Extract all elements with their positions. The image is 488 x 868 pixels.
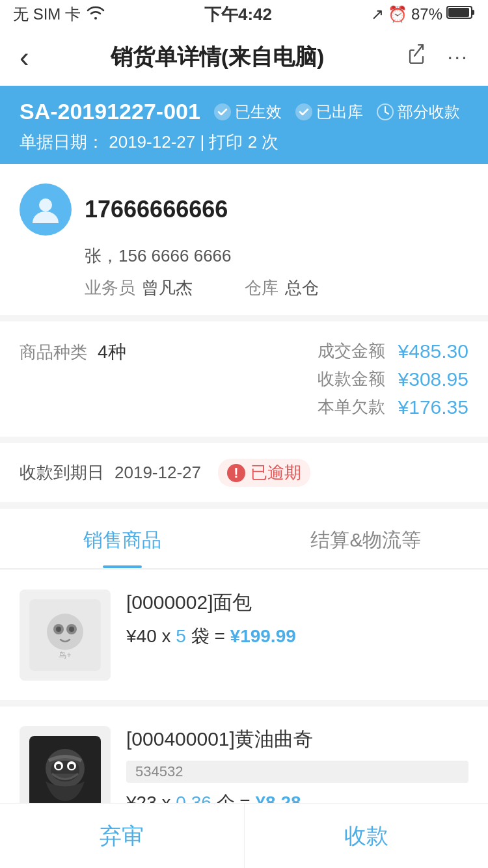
wifi-icon xyxy=(86,5,105,23)
no-sim-text: 无 SIM 卡 xyxy=(13,4,81,25)
summary-section: 商品种类 4种 成交金额 ¥485.30 收款金额 ¥308.95 本单欠款 ¥… xyxy=(0,321,488,443)
overdue-badge: ! 已逾期 xyxy=(218,459,310,487)
nav-actions: ··· xyxy=(405,43,468,71)
battery-icon xyxy=(446,5,475,23)
location-icon: ↗ xyxy=(371,5,384,23)
category-info: 商品种类 4种 xyxy=(20,340,126,364)
overdue-icon: ! xyxy=(227,464,245,482)
svg-point-22 xyxy=(56,764,61,769)
status-time: 下午4:42 xyxy=(204,3,272,26)
header-band-top: SA-20191227-001 已生效 已出库 xyxy=(20,99,468,124)
svg-line-3 xyxy=(414,45,423,56)
bottom-bar: 弃审 收款 xyxy=(0,803,488,868)
avatar xyxy=(20,183,72,236)
svg-point-4 xyxy=(214,103,231,120)
customer-meta: 业务员 曾凡杰 仓库 总仓 xyxy=(20,277,468,299)
warehouse-info: 仓库 总仓 xyxy=(245,277,319,299)
svg-rect-2 xyxy=(448,8,469,17)
overdue-text: 已逾期 xyxy=(251,461,301,484)
customer-phone: 17666666666 xyxy=(85,196,228,223)
trade-amount-row: 成交金额 ¥485.30 xyxy=(318,340,468,362)
svg-point-11 xyxy=(47,614,83,650)
tab-settlement[interactable]: 结算&物流等 xyxy=(244,509,488,568)
header-band: SA-20191227-001 已生效 已出库 xyxy=(0,86,488,164)
tabs: 销售商品 结算&物流等 xyxy=(0,509,488,569)
status-shipped: 已出库 xyxy=(295,102,363,122)
status-left: 无 SIM 卡 xyxy=(13,4,105,25)
battery-text: 87% xyxy=(411,5,442,23)
alarm-icon: ⏰ xyxy=(388,5,407,23)
product-image-1: 鸟+ xyxy=(20,590,111,681)
arrears-amount-row: 本单欠款 ¥176.35 xyxy=(318,396,468,418)
product-item: 鸟+ [0000002]面包 ¥40 x 5 袋 = ¥199.99 xyxy=(0,570,488,700)
svg-text:鸟+: 鸟+ xyxy=(59,651,71,660)
product-name-2: [000400001]黄油曲奇 xyxy=(126,726,468,753)
abandon-review-button[interactable]: 弃审 xyxy=(0,804,245,868)
customer-row: 17666666666 xyxy=(20,183,468,236)
svg-point-9 xyxy=(39,198,52,211)
product-price-1: ¥40 x 5 袋 = ¥199.99 xyxy=(126,624,468,649)
status-bar: 无 SIM 卡 下午4:42 ↗ ⏰ 87% xyxy=(0,0,488,29)
status-right: ↗ ⏰ 87% xyxy=(371,5,475,23)
product-name-1: [0000002]面包 xyxy=(126,590,468,616)
svg-point-23 xyxy=(69,764,74,769)
received-amount-row: 收款金额 ¥308.95 xyxy=(318,368,468,390)
product-info-1: [0000002]面包 ¥40 x 5 袋 = ¥199.99 xyxy=(126,590,468,649)
status-partial: 部分收款 xyxy=(376,102,460,122)
order-id: SA-20191227-001 xyxy=(20,99,200,124)
svg-rect-1 xyxy=(472,10,474,15)
nav-bar: ‹ 销货单详情(来自电脑) ··· xyxy=(0,29,488,86)
customer-sub: 张，156 6666 6666 xyxy=(20,245,468,267)
status-effective: 已生效 xyxy=(213,102,282,122)
svg-point-5 xyxy=(295,103,312,120)
due-date: 2019-12-27 xyxy=(115,463,201,483)
share-icon[interactable] xyxy=(405,43,427,71)
tab-sales-products[interactable]: 销售商品 xyxy=(0,509,244,568)
svg-line-8 xyxy=(385,112,388,114)
more-icon[interactable]: ··· xyxy=(447,45,468,69)
amount-info: 成交金额 ¥485.30 收款金额 ¥308.95 本单欠款 ¥176.35 xyxy=(318,340,468,418)
svg-point-14 xyxy=(56,627,61,632)
due-section: 收款到期日 2019-12-27 ! 已逾期 xyxy=(0,443,488,509)
collect-payment-button[interactable]: 收款 xyxy=(245,804,489,868)
page-title: 销货单详情(来自电脑) xyxy=(111,42,325,72)
customer-section: 17666666666 张，156 6666 6666 业务员 曾凡杰 仓库 总… xyxy=(0,164,488,321)
salesman-info: 业务员 曾凡杰 xyxy=(85,277,193,299)
due-label: 收款到期日 xyxy=(20,461,104,484)
back-button[interactable]: ‹ xyxy=(20,41,29,74)
header-band-sub: 单据日期： 2019-12-27 | 打印 2 次 xyxy=(20,131,468,154)
product-tag-2: 534532 xyxy=(126,761,468,783)
svg-point-15 xyxy=(69,627,74,632)
product-info-2: [000400001]黄油曲奇 534532 ¥23 x 0.36 个 = ¥8… xyxy=(126,726,468,815)
